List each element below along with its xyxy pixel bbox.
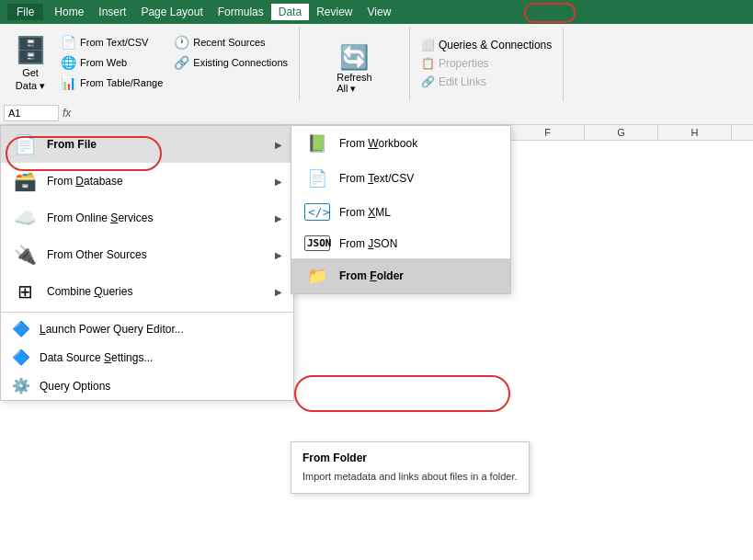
menu-data[interactable]: Data: [271, 4, 309, 20]
workbook-icon: 📗: [304, 133, 330, 154]
xml-icon: </>: [304, 203, 330, 221]
recent-sources-button[interactable]: 🕐 Recent Sources: [170, 33, 291, 51]
links-label: Edit Links: [439, 75, 486, 88]
existing-connections-label: Existing Connections: [193, 57, 288, 68]
from-other-label: From Other Sources: [47, 248, 266, 261]
from-folder-button[interactable]: 📁 From Folder: [291, 258, 510, 293]
menu-bar: File Home Insert Page Layout Formulas Da…: [0, 0, 753, 24]
refresh-all-button[interactable]: 🔄 RefreshAll ▾: [331, 37, 378, 101]
from-table-range-button[interactable]: 📊 From Table/Range: [57, 74, 166, 92]
get-data-icon: 🗄️: [15, 35, 47, 65]
column-headers: F G H: [511, 125, 753, 141]
from-other-arrow: ▶: [275, 250, 282, 260]
menu-item-from-online[interactable]: ☁️ From Online Services ▶: [1, 200, 293, 236]
from-json-button[interactable]: JSON From JSON: [291, 228, 510, 258]
menu-file[interactable]: File: [7, 4, 43, 20]
left-menu: 📄 From File ▶ 🗃️ From Database ▶ ☁️ From…: [0, 125, 294, 401]
menu-item-from-file[interactable]: 📄 From File ▶: [1, 126, 293, 163]
queries-connections-button[interactable]: ⬜ Queries & Connections: [417, 37, 555, 53]
queries-buttons: 🕐 Recent Sources 🔗 Existing Connections: [170, 31, 291, 72]
links-icon: 🔗: [421, 75, 435, 88]
json-icon: JSON: [304, 235, 330, 251]
existing-connections-button[interactable]: 🔗 Existing Connections: [170, 53, 291, 72]
from-text-csv-sub-label: From Text/CSV: [339, 172, 414, 185]
menu-item-from-other[interactable]: 🔌 From Other Sources ▶: [1, 236, 293, 273]
menu-item-power-query[interactable]: 🔷 Launch Power Query Editor...: [1, 314, 293, 343]
query-options-label: Query Options: [40, 380, 110, 393]
get-data-label: GetData ▾: [16, 67, 45, 91]
combine-arrow: ▶: [275, 287, 282, 297]
tooltip-title: From Folder: [302, 451, 518, 464]
menu-view[interactable]: View: [360, 4, 399, 20]
recent-sources-label: Recent Sources: [193, 37, 265, 48]
menu-formulas[interactable]: Formulas: [211, 4, 271, 20]
tooltip: From Folder Import metadata and links ab…: [291, 441, 530, 494]
from-database-icon: 🗃️: [12, 170, 38, 192]
from-database-arrow: ▶: [275, 177, 282, 187]
col-header-f[interactable]: F: [511, 125, 585, 140]
props-icon: 📋: [421, 57, 435, 70]
table-icon: 📊: [61, 75, 76, 90]
from-file-arrow: ▶: [275, 140, 282, 150]
col-header-g[interactable]: G: [585, 125, 658, 140]
data-source-icon: 🔷: [12, 349, 32, 366]
combine-label: Combine Queries: [47, 285, 266, 298]
refresh-all-label: RefreshAll ▾: [337, 72, 372, 95]
from-text-csv-button[interactable]: 📄 From Text/CSV: [57, 33, 166, 51]
from-file-icon: 📄: [12, 133, 38, 155]
connections-icon: 🔗: [174, 55, 189, 70]
folder-icon: 📁: [304, 266, 330, 286]
menu-review[interactable]: Review: [309, 4, 359, 20]
web-icon: 🌐: [61, 55, 76, 70]
props-label: Properties: [439, 57, 489, 70]
from-text-csv-sub-button[interactable]: 📄 From Text/CSV: [291, 161, 510, 196]
menu-item-combine[interactable]: ⊞ Combine Queries ▶: [1, 273, 293, 310]
data-source-label: Data Source Settings...: [40, 351, 153, 364]
qc-icon: ⬜: [421, 39, 435, 51]
menu-page-layout[interactable]: Page Layout: [133, 4, 210, 20]
highlight-from-folder: [294, 375, 510, 412]
menu-item-data-source[interactable]: 🔷 Data Source Settings...: [1, 343, 293, 371]
menu-insert[interactable]: Insert: [91, 4, 133, 20]
menu-home[interactable]: Home: [47, 4, 91, 20]
from-online-label: From Online Services: [47, 211, 266, 224]
from-web-label: From Web: [80, 57, 127, 68]
from-json-label: From JSON: [339, 237, 397, 250]
name-box[interactable]: [4, 105, 59, 121]
from-workbook-label: From Workbook: [339, 137, 417, 150]
from-web-button[interactable]: 🌐 From Web: [57, 53, 166, 72]
edit-links-button[interactable]: 🔗 Edit Links: [417, 74, 555, 90]
tooltip-description: Import metadata and links about files in…: [302, 470, 518, 484]
text-csv-icon: 📄: [61, 35, 76, 50]
right-menu: 📗 From Workbook 📄 From Text/CSV </> From…: [291, 125, 511, 294]
from-online-icon: ☁️: [12, 207, 38, 229]
get-data-button[interactable]: 🗄️ GetData ▾: [7, 31, 53, 96]
menu-item-from-database[interactable]: 🗃️ From Database ▶: [1, 163, 293, 200]
recent-icon: 🕐: [174, 35, 189, 50]
fx-label: fx: [63, 107, 71, 120]
properties-button[interactable]: 📋 Properties: [417, 55, 555, 72]
combine-icon: ⊞: [12, 280, 38, 303]
spreadsheet-area: F G H: [511, 125, 753, 560]
power-query-label: Launch Power Query Editor...: [40, 323, 184, 336]
from-online-arrow: ▶: [275, 213, 282, 223]
from-database-label: From Database: [47, 175, 266, 188]
from-folder-label: From Folder: [339, 269, 404, 282]
get-data-small-buttons: 📄 From Text/CSV 🌐 From Web 📊 From Table/…: [57, 31, 166, 92]
menu-item-query-options[interactable]: ⚙️ Query Options: [1, 371, 293, 400]
refresh-icon: 🔄: [339, 43, 369, 72]
text-csv-sub-icon: 📄: [304, 168, 330, 189]
from-xml-label: From XML: [339, 206, 391, 219]
from-xml-button[interactable]: </> From XML: [291, 196, 510, 228]
power-query-icon: 🔷: [12, 320, 32, 337]
from-text-csv-label: From Text/CSV: [80, 37, 148, 48]
qc-label: Queries & Connections: [439, 39, 552, 51]
from-other-icon: 🔌: [12, 244, 38, 266]
from-table-label: From Table/Range: [80, 77, 163, 88]
from-file-label: From File: [47, 138, 266, 151]
formula-bar: fx: [0, 101, 753, 125]
query-options-icon: ⚙️: [12, 377, 32, 394]
from-workbook-button[interactable]: 📗 From Workbook: [291, 126, 510, 161]
col-header-h[interactable]: H: [658, 125, 732, 140]
